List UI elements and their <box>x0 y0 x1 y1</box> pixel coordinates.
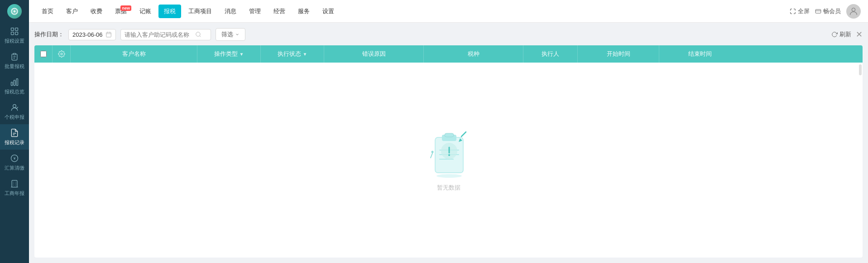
fullscreen-icon <box>790 8 796 15</box>
filter-label: 筛选 <box>221 30 233 39</box>
refresh-icon <box>831 31 838 38</box>
th-error-reason: 错误原因 <box>324 45 424 63</box>
search-input[interactable] <box>125 31 192 38</box>
th-gear[interactable] <box>53 45 71 63</box>
nav-item-xiaoxi[interactable]: 消息 <box>219 5 242 18</box>
piaoju-badge: new <box>120 5 131 11</box>
th-customer-name: 客户名称 <box>71 45 197 63</box>
th-executor: 执行人 <box>523 45 578 63</box>
sidebar-item-label: 汇算清缴 <box>5 165 24 171</box>
filter-button[interactable]: 筛选 <box>216 28 245 41</box>
sidebar-item-label: 报税总览 <box>5 88 24 95</box>
page-body: 操作日期： 2023-06-06 <box>29 23 868 263</box>
nav-items: 首页 客户 收费 票据 new 记账 报税 工商项目 消息 <box>36 5 790 18</box>
refresh-label: 刷新 <box>839 30 851 39</box>
logo-icon <box>7 4 22 19</box>
calendar-icon <box>106 31 112 38</box>
table-container: 客户名称 操作类型 ▼ 执行状态 ▼ 错误原因 税种 <box>34 45 863 258</box>
sidebar-item-baoshui-jilu[interactable]: 报税记录 <box>0 124 29 150</box>
svg-rect-18 <box>106 32 111 37</box>
svg-point-22 <box>196 32 200 36</box>
svg-point-11 <box>13 104 16 107</box>
nav-item-kehu[interactable]: 客户 <box>61 5 83 18</box>
nav-item-piaoju[interactable]: 票据 new <box>110 5 132 18</box>
chevron-down-icon <box>235 32 240 37</box>
svg-rect-10 <box>16 79 18 86</box>
toolbar: 操作日期： 2023-06-06 <box>34 28 863 41</box>
nav-item-jingying[interactable]: 经营 <box>268 5 291 18</box>
nav-item-shouye[interactable]: 首页 <box>36 5 59 18</box>
baoshui-jilu-icon <box>10 128 19 138</box>
sidebar-item-baoshui-zonglan[interactable]: 报税总览 <box>0 73 29 99</box>
nav-item-gongshang-xiangmu[interactable]: 工商项目 <box>183 5 217 18</box>
date-picker[interactable]: 2023-06-06 <box>68 29 116 40</box>
topnav: 首页 客户 收费 票据 new 记账 报税 工商项目 消息 <box>29 0 868 23</box>
sidebar-item-piliang-baoshui[interactable]: 批量报税 <box>0 48 29 73</box>
sidebar-item-geshui-shenbao[interactable]: 个税申报 <box>0 99 29 124</box>
svg-line-23 <box>199 36 201 37</box>
content-area: 操作日期： 2023-06-06 <box>29 23 868 263</box>
refresh-button[interactable]: 刷新 <box>831 30 851 39</box>
select-all-checkbox[interactable] <box>40 51 47 57</box>
svg-point-24 <box>61 53 62 55</box>
sidebar-item-label: 报税记录 <box>5 139 24 146</box>
scrollbar-thumb[interactable] <box>859 64 862 75</box>
search-icon <box>195 31 201 38</box>
nav-item-fuwu[interactable]: 服务 <box>293 5 315 18</box>
svg-text:¥: ¥ <box>13 156 16 161</box>
empty-state: 暂无数据 <box>408 110 489 210</box>
nav-item-shoufei[interactable]: 收费 <box>85 5 108 18</box>
topnav-right: 全屏 畅会员 <box>790 4 861 19</box>
svg-rect-4 <box>15 32 18 35</box>
gongshang-nianbao-icon <box>10 179 19 189</box>
nav-item-jizhang[interactable]: 记账 <box>134 5 157 18</box>
member-button[interactable]: 畅会员 <box>815 7 841 15</box>
table-header: 客户名称 操作类型 ▼ 执行状态 ▼ 错误原因 税种 <box>34 45 863 63</box>
svg-point-36 <box>436 174 462 178</box>
empty-text: 暂无数据 <box>437 184 460 192</box>
svg-rect-8 <box>11 82 13 86</box>
sidebar-item-label: 批量报税 <box>5 63 24 70</box>
svg-rect-1 <box>11 28 14 31</box>
sidebar-item-gongshang-nianbao[interactable]: 工商年报 <box>0 175 29 200</box>
th-end-time: 结束时间 <box>659 45 741 63</box>
svg-rect-3 <box>11 32 14 35</box>
close-button[interactable]: ✕ <box>856 30 863 39</box>
svg-line-37 <box>431 153 432 158</box>
sidebar-item-baoshui-shezhi[interactable]: 报税设置 <box>0 23 29 48</box>
nav-item-guanli[interactable]: 管理 <box>244 5 266 18</box>
svg-point-38 <box>431 151 433 153</box>
table-body: 暂无数据 <box>34 63 863 258</box>
svg-rect-9 <box>14 80 15 86</box>
sort-icon-exec-status: ▼ <box>303 52 307 57</box>
sidebar-item-label: 工商年报 <box>5 190 24 197</box>
date-value: 2023-06-06 <box>72 31 103 38</box>
fullscreen-label: 全屏 <box>798 7 810 15</box>
huisuan-jiaona-icon: ¥ <box>10 153 19 163</box>
empty-illustration <box>426 128 471 178</box>
sidebar-item-huisuan-jiaona[interactable]: ¥ 汇算清缴 <box>0 150 29 175</box>
gear-icon <box>58 50 65 58</box>
user-avatar[interactable] <box>846 4 861 19</box>
svg-rect-27 <box>445 133 454 137</box>
sidebar-item-label: 个税申报 <box>5 114 24 121</box>
nav-item-baoshui[interactable]: 报税 <box>158 5 181 18</box>
th-checkbox[interactable] <box>34 45 53 63</box>
geshui-shenbao-icon <box>10 102 19 112</box>
th-exec-status[interactable]: 执行状态 ▼ <box>261 45 324 63</box>
svg-point-17 <box>852 8 855 11</box>
th-tax-type: 税种 <box>424 45 523 63</box>
svg-line-34 <box>461 132 466 136</box>
date-label: 操作日期： <box>34 30 64 39</box>
piliang-baoshui-icon <box>10 52 19 62</box>
baoshui-zonglan-icon <box>10 77 19 87</box>
svg-rect-16 <box>815 9 821 13</box>
svg-point-33 <box>448 154 450 156</box>
logo <box>0 0 29 23</box>
main-wrapper: 首页 客户 收费 票据 new 记账 报税 工商项目 消息 <box>29 0 868 263</box>
svg-point-0 <box>14 10 16 13</box>
th-operation-type[interactable]: 操作类型 ▼ <box>197 45 261 63</box>
member-label: 畅会员 <box>823 7 841 15</box>
nav-item-shezhi[interactable]: 设置 <box>317 5 340 18</box>
fullscreen-button[interactable]: 全屏 <box>790 7 810 15</box>
